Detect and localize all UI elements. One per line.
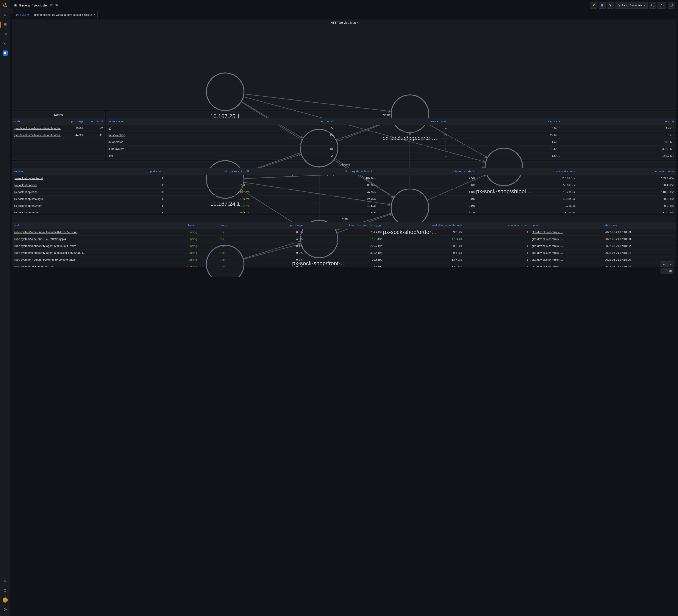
- ready: true: [218, 229, 251, 235]
- service-link[interactable]: px-sock-shop/carts: [14, 190, 38, 194]
- breadcrumb-folder[interactable]: General: [19, 3, 30, 7]
- panel-services: Services service pod_count http_latency_…: [12, 161, 676, 213]
- svg-point-0: [4, 14, 6, 16]
- namespace-link[interactable]: olm: [108, 154, 113, 157]
- node-link[interactable]: gke-dev-cluster-htroisi-…: [532, 258, 601, 261]
- table-row: olm211.5 GB152.7 MB: [107, 152, 676, 159]
- dashboards-icon[interactable]: [1, 20, 9, 29]
- alerting-icon[interactable]: [1, 39, 9, 48]
- svg-rect-37: [669, 270, 670, 271]
- breadcrumb[interactable]: General / px/cluster: [19, 3, 48, 7]
- pod-link[interactable]: kube-system/konnectivity-agent-65fc668c6…: [14, 244, 183, 248]
- services-table: service pod_count http_latency_in_p99 ht…: [12, 168, 676, 213]
- service-link[interactable]: px-sock-shop/catalogue: [14, 197, 43, 201]
- chevron-down-icon: ▾: [94, 13, 95, 16]
- svg-rect-1: [4, 24, 5, 25]
- nodes-table: node cpu_usage pod_count gke-dev-cluster…: [12, 118, 105, 139]
- table-row: kube-system/l7-default-backend-69fb9fd9f…: [12, 256, 676, 263]
- time-range-picker[interactable]: Last 15 minutes ▾: [615, 2, 648, 9]
- kubernetes-icon[interactable]: [1, 49, 9, 57]
- node-link[interactable]: gke-dev-cluster-htroisi--default-pool-a8…: [14, 126, 64, 130]
- tv-mode-button[interactable]: [668, 2, 675, 9]
- pod-link[interactable]: kube-system/pdcsi-node-nmzmd: [14, 265, 183, 267]
- star-icon[interactable]: [49, 3, 53, 7]
- table-row: px-sock-shop/payment11.2 ms12.5 /s0.0%9.…: [12, 203, 676, 209]
- node-link[interactable]: gke-dev-cluster-htroisi-…: [532, 230, 601, 234]
- settings-icon[interactable]: [1, 577, 9, 585]
- graph-node[interactable]: [206, 73, 244, 110]
- variable-row: pixieCluster gke_pl-pixies_us-west1-a_de…: [10, 10, 678, 19]
- svg-rect-18: [670, 4, 672, 6]
- variable-select[interactable]: gke_pl-pixies_us-west1-a_dev-cluster-htr…: [32, 11, 98, 18]
- table-row: px-sock-shop/catalogue1187.9 ms24.3 /s0.…: [12, 195, 676, 203]
- help-icon[interactable]: [1, 605, 9, 614]
- hierarchy-icon[interactable]: [661, 268, 667, 274]
- svg-rect-3: [4, 25, 5, 26]
- table-row: px-sock-shop/front-end11.9 s107.0 /s2.5%…: [12, 175, 676, 182]
- table-row: kube-system/konnectivity-agent-autoscale…: [12, 250, 676, 256]
- table-row: gke-dev-cluster-htroisi--default-pool-a8…: [12, 132, 105, 139]
- node-link[interactable]: gke-dev-cluster-htroisi-…: [532, 244, 601, 248]
- expand-sidebar-icon[interactable]: ›: [7, 9, 13, 14]
- topbar: General / px/cluster Last 15 minutes ▾ ▾: [10, 0, 678, 10]
- namespace-link[interactable]: pl: [108, 126, 111, 130]
- service-link[interactable]: px-sock-shop/payment: [14, 204, 42, 208]
- user-avatar[interactable]: [1, 596, 9, 604]
- service-link[interactable]: px-sock-shop/user: [14, 183, 37, 187]
- refresh-button[interactable]: ▾: [657, 2, 666, 9]
- node-link[interactable]: gke-dev-cluster-htroisi-…: [532, 238, 601, 241]
- zoom-out-button[interactable]: [649, 2, 656, 9]
- explore-icon[interactable]: [1, 30, 9, 38]
- pod-link[interactable]: kube-system/kube-dns-autoscaler-f4d55555…: [14, 230, 183, 234]
- col-ns[interactable]: namespace: [107, 118, 221, 125]
- admin-icon[interactable]: [1, 586, 9, 595]
- table-row: kube-system/pdcsi-node-nmzmdRunningtrue0…: [12, 263, 676, 267]
- grafana-logo[interactable]: [2, 2, 9, 9]
- table-row: px-operator111.4 GB53.0 MB: [107, 139, 676, 146]
- svg-point-15: [610, 5, 611, 6]
- table-row: kube-system/konnectivity-agent-65fc668c6…: [12, 243, 676, 250]
- svg-rect-9: [16, 4, 17, 5]
- panel-namespaces: Namespaces namespace pod_count service_c…: [107, 111, 676, 159]
- save-button[interactable]: [599, 2, 606, 9]
- namespace-link[interactable]: px-operator: [108, 140, 123, 144]
- share-icon[interactable]: [55, 3, 58, 7]
- grid-icon[interactable]: [668, 268, 674, 274]
- table-row: kube-system/kube-dns-autoscaler-f4d55555…: [12, 229, 676, 235]
- phase: Running: [185, 229, 218, 235]
- svg-point-5: [4, 33, 6, 35]
- node-link[interactable]: gke-dev-cluster-htroisi-…: [532, 251, 601, 254]
- svg-point-6: [5, 581, 6, 581]
- svg-rect-8: [14, 4, 15, 5]
- pods-table: pod phase ready cpu_usage total_disk_rea…: [12, 222, 676, 267]
- ready: true: [218, 263, 251, 267]
- service-link[interactable]: px-sock-shop/orders: [14, 211, 39, 213]
- settings-button[interactable]: [607, 2, 614, 9]
- grid-icon: [14, 3, 17, 7]
- table-row: px-sock-shop/orders1178.4 ms12.5 /s14.1%…: [12, 209, 676, 213]
- chevron-down-icon: ▾: [644, 4, 645, 6]
- svg-rect-10: [14, 5, 15, 6]
- node-link[interactable]: gke-dev-cluster-htroisi--default-pool-a8…: [14, 134, 64, 137]
- breadcrumb-dashboard[interactable]: px/cluster: [34, 3, 48, 7]
- col-node[interactable]: node: [12, 118, 66, 125]
- sidebar: ›: [0, 0, 10, 616]
- pod-link[interactable]: kube-system/konnectivity-agent-autoscale…: [14, 251, 183, 254]
- namespace-link[interactable]: kube-system: [108, 147, 124, 150]
- node-link[interactable]: gke-dev-cluster-htroisi-…: [532, 265, 601, 267]
- namespace-link[interactable]: px-sock-shop: [108, 134, 125, 137]
- chevron-down-icon: ▾: [357, 22, 358, 24]
- add-panel-button[interactable]: [591, 2, 597, 9]
- pod-link[interactable]: kube-system/l7-default-backend-69fb9fd9f…: [14, 258, 183, 261]
- col-podcount[interactable]: pod_count: [85, 118, 105, 125]
- phase: Running: [185, 263, 218, 267]
- service-link[interactable]: px-sock-shop/front-end: [14, 177, 43, 180]
- svg-rect-2: [5, 24, 6, 25]
- pod-link[interactable]: kube-system/kube-dns-79c57c8c9b-qspl4: [14, 238, 183, 241]
- ready: true: [218, 243, 251, 250]
- variable-label: pixieCluster: [14, 11, 32, 18]
- col-cpu[interactable]: cpu_usage: [66, 118, 85, 125]
- panel-title[interactable]: HTTP Service Map▾: [12, 19, 676, 26]
- ready: true: [218, 250, 251, 256]
- phase: Running: [185, 250, 218, 256]
